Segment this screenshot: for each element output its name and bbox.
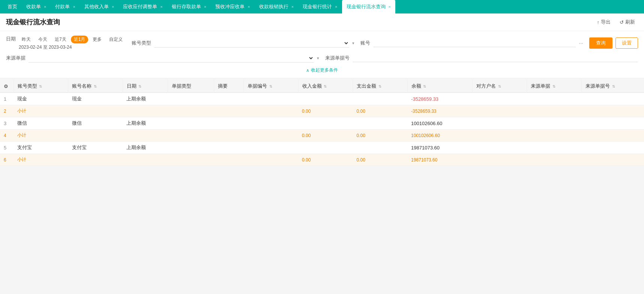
nav-payment-close[interactable]: × xyxy=(73,0,75,13)
account-type-filter: 账号类型 ▾ xyxy=(132,39,354,48)
nav-receipt-close[interactable]: × xyxy=(44,0,46,13)
cell-account-name xyxy=(68,130,123,142)
col-doc-no[interactable]: 单据编号 ⇅ xyxy=(244,80,299,93)
nav-bank-stats[interactable]: 现金银行统计 × xyxy=(298,0,342,13)
date-label: 日期 xyxy=(6,36,16,42)
cell-summary xyxy=(214,130,244,142)
cell-doc-type xyxy=(168,105,214,117)
date-range: 2023-02-24 至 2023-03-24 xyxy=(19,44,126,51)
cell-source-doc xyxy=(527,154,582,166)
cell-source-doc xyxy=(527,105,582,117)
top-nav: 首页 收款单 × 付款单 × 其他收入单 × 应收应付调整单 × 银行存取款单 … xyxy=(0,0,644,13)
nav-prepay[interactable]: 预收冲应收单 × xyxy=(211,0,254,13)
date-btn-yesterday[interactable]: 昨天 xyxy=(19,36,34,43)
nav-payment[interactable]: 付款单 × xyxy=(51,0,80,13)
table-row: 4小计0.000.00100102606.60 xyxy=(0,130,644,142)
col-income[interactable]: 收入金额 ⇅ xyxy=(298,80,353,93)
col-account-type[interactable]: 账号类型 ⇅ xyxy=(14,80,68,93)
cell-income: 0.00 xyxy=(298,154,353,166)
date-btn-1month[interactable]: 近1月 xyxy=(71,36,89,43)
nav-bank-deposit[interactable]: 银行存取款单 × xyxy=(167,0,211,13)
nav-other-income[interactable]: 其他收入单 × xyxy=(80,0,119,13)
cell-date: 上期余额 xyxy=(123,117,168,130)
cell-balance: 19871073.60 xyxy=(407,154,472,166)
collapse-bar[interactable]: ∧ 收起更多条件 xyxy=(6,66,638,75)
date-btn-custom[interactable]: 自定义 xyxy=(106,36,126,43)
cell-num: 4 xyxy=(0,130,14,142)
cell-source-doc xyxy=(527,130,582,142)
col-expense[interactable]: 支出金额 ⇅ xyxy=(353,80,408,93)
cell-counterpart xyxy=(472,142,527,154)
collapse-icon: ∧ xyxy=(306,68,309,73)
cell-summary xyxy=(214,142,244,154)
cell-source-doc-no xyxy=(581,105,644,117)
nav-bank-flow[interactable]: 现金银行流水查询 × xyxy=(342,0,395,13)
date-btn-today[interactable]: 今天 xyxy=(35,36,50,43)
cell-summary xyxy=(214,117,244,130)
cell-source-doc xyxy=(527,142,582,154)
account-type-select[interactable] xyxy=(154,39,349,48)
nav-prepay-close[interactable]: × xyxy=(248,0,250,13)
sort-account-name-icon: ⇅ xyxy=(94,84,97,88)
cell-summary xyxy=(214,105,244,117)
col-doc-type: 单据类型 xyxy=(168,80,214,93)
nav-adjustment-close[interactable]: × xyxy=(160,0,162,13)
sort-doc-no-icon: ⇅ xyxy=(269,84,272,88)
cell-account-type: 小计 xyxy=(14,154,68,166)
filter-row-2: 来源单据 ▾ 来源单据号 xyxy=(6,54,638,63)
cell-counterpart xyxy=(472,105,527,117)
cell-source-doc xyxy=(527,117,582,130)
date-btn-more[interactable]: 更多 xyxy=(90,36,105,43)
sort-account-type-icon: ⇅ xyxy=(39,84,42,88)
cell-balance: 100102606.60 xyxy=(407,117,472,130)
nav-bank-flow-close[interactable]: × xyxy=(389,0,391,13)
settings-button[interactable]: 设置 xyxy=(615,37,638,49)
date-btn-7days[interactable]: 近7天 xyxy=(52,36,69,43)
sort-source-doc-no-icon: ⇅ xyxy=(612,84,615,88)
nav-bank-deposit-close[interactable]: × xyxy=(204,0,206,13)
cell-expense: 0.00 xyxy=(353,130,408,142)
cell-account-name xyxy=(68,105,123,117)
col-source-doc-no[interactable]: 来源单据号 ⇅ xyxy=(581,80,644,93)
col-account-name[interactable]: 账号名称 ⇅ xyxy=(68,80,123,93)
nav-other-income-close[interactable]: × xyxy=(112,0,114,13)
col-settings[interactable]: ⚙ xyxy=(0,80,14,93)
cell-income xyxy=(298,117,353,130)
export-button[interactable]: ↑ 导出 xyxy=(594,17,614,27)
source-doc-select[interactable] xyxy=(29,54,314,63)
cell-doc-no xyxy=(244,154,299,166)
cell-date: 上期余额 xyxy=(123,142,168,154)
data-table: ⚙ 账号类型 ⇅ 账号名称 ⇅ 日期 ⇅ 单据类型 摘要 单据编号 xyxy=(0,80,644,166)
cell-balance: 100102606.60 xyxy=(407,130,472,142)
col-date[interactable]: 日期 ⇅ xyxy=(123,80,168,93)
cell-doc-no xyxy=(244,117,299,130)
col-counterpart[interactable]: 对方户名 ⇅ xyxy=(472,80,527,93)
nav-bank-stats-close[interactable]: × xyxy=(335,0,337,13)
page-title: 现金银行流水查询 xyxy=(6,18,60,27)
account-no-input[interactable] xyxy=(373,39,576,47)
search-button[interactable]: 查询 xyxy=(589,37,612,49)
header-actions: ↑ 导出 ↺ 刷新 xyxy=(594,17,638,27)
refresh-button[interactable]: ↺ 刷新 xyxy=(617,17,638,27)
sort-counterpart-icon: ⇅ xyxy=(498,84,501,88)
cell-source-doc-no xyxy=(581,154,644,166)
cell-account-type: 支付宝 xyxy=(14,142,68,154)
col-balance[interactable]: 余额 ⇅ xyxy=(407,80,472,93)
cell-counterpart xyxy=(472,154,527,166)
nav-receipt[interactable]: 收款单 × xyxy=(22,0,51,13)
nav-verification[interactable]: 收款核销执行 × xyxy=(255,0,298,13)
account-no-more-icon[interactable]: ··· xyxy=(579,40,583,46)
nav-adjustment[interactable]: 应收应付调整单 × xyxy=(119,0,167,13)
cell-balance: 19871073.60 xyxy=(407,142,472,154)
cell-doc-no xyxy=(244,130,299,142)
gear-icon[interactable]: ⚙ xyxy=(4,84,8,89)
sort-income-icon: ⇅ xyxy=(324,84,327,88)
nav-verification-close[interactable]: × xyxy=(291,0,294,13)
nav-home[interactable]: 首页 xyxy=(3,0,22,13)
col-source-doc[interactable]: 来源单据 ⇅ xyxy=(527,80,582,93)
cell-account-type: 小计 xyxy=(14,105,68,117)
table-row: 6小计0.000.0019871073.60 xyxy=(0,154,644,166)
cell-summary xyxy=(214,154,244,166)
source-doc-no-input[interactable] xyxy=(353,54,638,62)
sort-balance-icon: ⇅ xyxy=(423,84,426,88)
